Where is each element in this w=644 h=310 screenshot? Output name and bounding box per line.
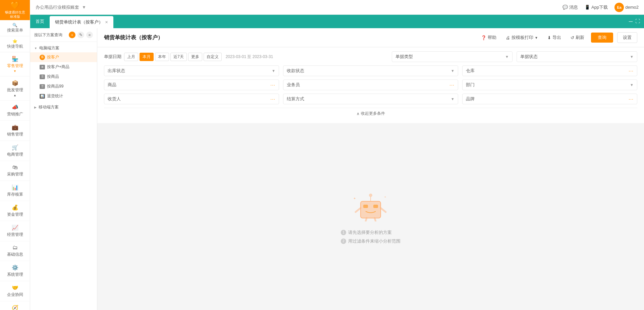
help-button[interactable]: ❓ 帮助: [478, 33, 499, 42]
tip-num-2: 2: [341, 239, 346, 244]
logo-text: 畅捷通好生意: [5, 10, 25, 14]
window-maximize-icon[interactable]: ⛶: [635, 18, 640, 24]
refresh-icon: ↺: [571, 35, 574, 40]
date-btn-7days[interactable]: 近7天: [170, 53, 187, 61]
date-btn-this-year[interactable]: 本年: [155, 53, 169, 61]
sidebar-item-management[interactable]: 📈 经营管理: [0, 221, 30, 241]
order-status-arrow-icon: ▼: [630, 55, 634, 59]
purchase-icon: 🛍: [12, 164, 18, 170]
inventory-icon: 📊: [12, 184, 18, 191]
date-btn-custom[interactable]: 自定义: [204, 53, 222, 61]
tab-close-icon[interactable]: ✕: [105, 20, 108, 24]
user-menu[interactable]: Ea demo2: [614, 3, 639, 12]
sidebar-item-purchase[interactable]: 🛍 采购管理: [0, 161, 30, 181]
out-status-arrow-icon: ▼: [272, 69, 275, 73]
filter-area: 单据日期 上月 本月 本年 近7天 更多 自定义 2023-03-01 至 20…: [97, 47, 644, 123]
sidebar-item-marketing[interactable]: 📣 营销推广: [0, 101, 30, 121]
date-btn-this-month[interactable]: 本月: [140, 53, 154, 61]
window-minimize-icon[interactable]: ─: [629, 18, 633, 24]
salesperson-filter[interactable]: 业务员 ···: [283, 80, 458, 90]
expand-icon: ▼: [34, 47, 37, 50]
sidebar-item-sales[interactable]: 💼 销售管理: [0, 121, 30, 141]
sidebar-item-sales-label: 销售管理: [7, 132, 23, 137]
marketing-icon: 📣: [12, 104, 18, 110]
sidebar-item-finance[interactable]: 💰 资金管理: [0, 201, 30, 221]
svg-rect-2: [363, 205, 368, 208]
sidebar-item-management-label: 经营管理: [7, 232, 23, 238]
export-button[interactable]: ⬇ 导出: [545, 33, 564, 42]
scheme-item-by-product99[interactable]: ☰ 按商品99: [30, 82, 97, 91]
sidebar-item-ecommerce[interactable]: 🛒 电商管理: [0, 141, 30, 161]
message-button[interactable]: 💬 消息: [562, 4, 578, 10]
sidebar-item-guide[interactable]: 🧭 新手引导: [0, 301, 30, 310]
empty-tip-2: 2 用过滤条件来缩小分析范围: [341, 237, 400, 246]
print-icon: 🖨: [506, 35, 510, 40]
sidebar-menu: 🏪 零售管理 ▼ 📦 批发管理 ▲ 📣 营销推广 💼 销售管理 🛒 电商管理 🛍…: [0, 52, 30, 310]
date-buttons: 上月 本月 本年 近7天 更多 自定义 2023-03-01 至 2023-03…: [124, 53, 273, 61]
scheme-item-by-product[interactable]: ☰ 按商品: [30, 72, 97, 82]
page-title-row: 销货单统计表（按客户） ❓ 帮助 🖨 按模板打印 ▼ ⬇: [104, 32, 637, 43]
svg-text:✦: ✦: [384, 196, 386, 199]
scheme-item-by-customer-product-label: 按客户+商品: [47, 64, 69, 70]
product-icon: ☰: [40, 74, 45, 79]
refresh-button[interactable]: ↺ 刷新: [568, 33, 587, 42]
settings-button[interactable]: 设置: [617, 32, 637, 43]
out-status-filter[interactable]: 出库状态 ▼: [104, 65, 279, 76]
message-icon: 💬: [562, 5, 568, 10]
order-type-filter[interactable]: 单据类型 ▼: [392, 51, 513, 62]
mobile-expand-icon: ▶: [34, 106, 37, 109]
payment-filter[interactable]: 结算方式 ▼: [283, 94, 458, 104]
sidebar-item-cooperation[interactable]: 🤝 企业协同: [0, 281, 30, 301]
receive-status-filter[interactable]: 收款状态 ▼: [283, 65, 458, 76]
product-filter[interactable]: 商品 ···: [104, 80, 279, 90]
receiver-filter[interactable]: 收货人 ···: [104, 94, 279, 104]
collapse-scheme-button[interactable]: «: [86, 32, 93, 38]
collapse-button[interactable]: ∧ 收起更多条件: [104, 108, 637, 119]
scheme-item-return-stats[interactable]: 📊 退货统计: [30, 91, 97, 101]
salesperson-label: 业务员: [287, 82, 305, 88]
tab-sales-stats[interactable]: 销货单统计表（按客户） ✕: [50, 16, 113, 28]
finance-icon: 💰: [12, 204, 18, 211]
logo: 🧡 畅捷通好生意 标准版: [0, 0, 30, 20]
page-actions: ❓ 帮助 🖨 按模板打印 ▼ ⬇ 导出 ↺: [478, 32, 637, 43]
date-btn-last-month[interactable]: 上月: [124, 53, 138, 61]
add-scheme-button[interactable]: ＋: [69, 32, 75, 38]
desktop-group-title[interactable]: ▼ 电脑端方案: [30, 44, 97, 52]
tab-home[interactable]: 首页: [30, 15, 50, 28]
sidebar-item-basic[interactable]: 🗂 基础信息: [0, 241, 30, 261]
brand-filter[interactable]: 品牌 ···: [462, 94, 637, 104]
search-menu-item[interactable]: 🔍搜索菜单: [0, 20, 30, 36]
mobile-group-title[interactable]: ▶ 移动端方案: [30, 103, 97, 111]
wholesale-icon: 📦: [12, 80, 18, 86]
scheme-item-by-customer-product[interactable]: ⊞ 按客户+商品: [30, 62, 97, 72]
scheme-item-by-customer[interactable]: 客 按客户: [30, 52, 97, 62]
tab-home-label: 首页: [36, 18, 44, 24]
order-status-filter[interactable]: 单据状态 ▼: [517, 51, 637, 62]
sidebar-item-system[interactable]: ⚙️ 系统管理: [0, 261, 30, 281]
date-btn-more[interactable]: 更多: [188, 53, 202, 61]
dropdown-icon[interactable]: ▼: [82, 5, 86, 10]
quick-nav-item[interactable]: ⭐快捷导航: [0, 36, 30, 52]
sidebar-item-marketing-label: 营销推广: [7, 111, 23, 117]
scheme-panel-title: 按以下方案查询: [34, 32, 62, 38]
desktop-group-label: 电脑端方案: [39, 45, 59, 51]
sidebar-item-wholesale[interactable]: 📦 批发管理 ▲: [0, 76, 30, 101]
query-button[interactable]: 查询: [591, 33, 613, 43]
svg-rect-3: [373, 205, 378, 208]
dept-filter[interactable]: 部门 ▼: [462, 80, 637, 90]
mobile-group-label: 移动端方案: [39, 104, 59, 110]
warehouse-filter[interactable]: 仓库 ···: [462, 65, 637, 76]
sidebar-item-inventory[interactable]: 📊 库存核算: [0, 181, 30, 201]
edit-scheme-button[interactable]: ✎: [77, 32, 84, 38]
cooperation-icon: 🤝: [12, 285, 18, 291]
print-button[interactable]: 🖨 按模板打印 ▼: [503, 33, 541, 42]
sidebar-item-basic-label: 基础信息: [7, 252, 23, 257]
header-right: 💬 消息 📱 App下载 Ea demo2: [562, 3, 639, 12]
empty-tip-1-text: 请先选择要分析的方案: [348, 228, 392, 237]
sidebar-item-retail[interactable]: 🏪 零售管理 ▼: [0, 52, 30, 76]
app-download-button[interactable]: 📱 App下载: [585, 4, 608, 10]
svg-line-5: [381, 208, 386, 212]
scheme-header-icons: ＋ ✎ «: [69, 32, 93, 38]
empty-tip-2-text: 用过滤条件来缩小分析范围: [348, 237, 400, 246]
brand-label: 品牌: [466, 96, 484, 102]
